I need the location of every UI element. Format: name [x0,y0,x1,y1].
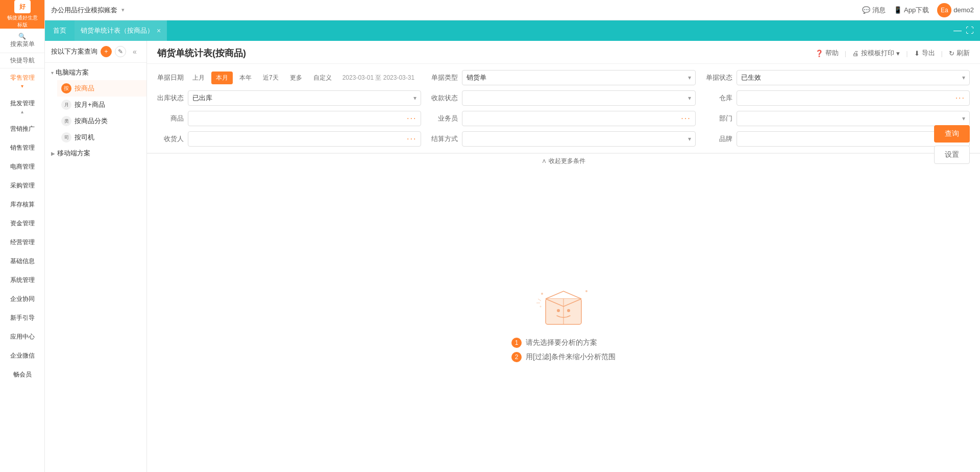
doctype-control[interactable]: 销货单 ▾ [462,70,695,85]
topbar-right: 💬 消息 📱 App下载 Ea demo2 [862,3,974,17]
tree-child-by-goods[interactable]: 按 按商品 [57,80,146,97]
tree-parent-mobile[interactable]: ▶ 移动端方案 [45,146,146,161]
receiver-control[interactable]: ··· [188,131,421,147]
sidebar-item-member[interactable]: 畅会员 [0,365,44,384]
main-area: 办公用品行业模拟账套 ▾ 💬 消息 📱 App下载 Ea demo2 首页 销货… [45,0,980,472]
sidebar-quick-nav[interactable]: 快捷导航 [0,53,44,68]
sidebar-item-sales[interactable]: 销售管理 [0,138,44,157]
date-pill-custom[interactable]: 自定义 [309,72,336,84]
warehouse-control[interactable]: ··· [737,90,970,106]
filter-item-dept: 部门 ▾ [706,111,970,126]
sidebar-item-system[interactable]: 系统管理 [0,271,44,290]
staff-dots[interactable]: ··· [681,114,691,123]
collapse-bar[interactable]: ∧ 收起更多条件 [147,153,980,169]
sidebar-item-retail[interactable]: 零售管理 ▾ [0,68,44,94]
topbar-dropdown-arrow[interactable]: ▾ [121,7,125,13]
sidebar-item-finance[interactable]: 资金管理 [0,214,44,233]
refresh-icon: ↻ [949,50,954,57]
wechat-label: 企业微信 [10,351,35,360]
mobile-section-label: 移动端方案 [57,149,90,158]
settle-control[interactable]: ▾ [462,131,695,147]
content-area: 按以下方案查询 + ✎ « ▾ 电脑端方案 按 按商品 [45,41,980,472]
docstatus-value: 已生效 [741,73,761,82]
messages-btn[interactable]: 💬 消息 [862,6,886,15]
tree-children-pc: 按 按商品 月 按月+商品 类 按商品分类 司 按司机 [45,80,146,146]
sidebar-item-inventory[interactable]: 库存核算 [0,195,44,214]
settle-arrow-icon: ▾ [688,135,691,143]
tab-minimize-icon[interactable]: — [953,26,962,35]
filter-item-collectstatus: 收款状态 ▾ [431,90,695,106]
user-menu[interactable]: Ea demo2 [937,3,974,17]
wholesale-arrow: ▴ [21,109,23,114]
system-label: 系统管理 [10,276,35,285]
filter-row-2: 出库状态 已出库 ▾ 收款状态 ▾ [157,90,970,106]
tab-close-btn[interactable]: × [157,27,161,35]
filter-row-1: 单据日期 上月 本月 本年 近7天 更多 自定义 2023-03-01 至 20… [157,70,970,85]
app-download-btn[interactable]: 📱 App下载 [894,6,929,15]
warehouse-label: 仓库 [706,93,737,103]
receiver-label: 收货人 [157,134,188,144]
tree-arrow-icon: ▾ [51,70,54,76]
collectstatus-label: 收款状态 [431,93,462,103]
tab-sales-stats[interactable]: 销货单统计表（按商品） × [75,20,167,41]
tree-child-by-month-goods[interactable]: 月 按月+商品 [57,97,146,113]
edit-scheme-btn[interactable]: ✎ [115,46,126,57]
svg-line-7 [538,299,541,301]
sidebar-item-wholesale[interactable]: 批发管理 ▴ [0,94,44,120]
settings-btn[interactable]: 设置 [934,146,970,164]
enterprise-label: 企业协同 [10,295,35,303]
dept-control[interactable]: ▾ [737,111,970,126]
sidebar-item-base[interactable]: 基础信息 [0,252,44,271]
sidebar-item-enterprise[interactable]: 企业协同 [0,290,44,309]
page-title: 销货单统计表(按商品) [157,47,246,59]
date-pill-7days[interactable]: 近7天 [258,72,283,84]
by-category-icon: 类 [61,116,71,126]
help-btn[interactable]: ❓ 帮助 [815,49,839,58]
date-pill-more[interactable]: 更多 [285,72,307,84]
sidebar-item-wechat[interactable]: 企业微信 [0,346,44,365]
date-pill-thismonth[interactable]: 本月 [211,72,233,84]
outstatus-label: 出库状态 [157,93,188,103]
ecommerce-label: 电商管理 [10,162,35,171]
tree-child-by-driver[interactable]: 司 按司机 [57,129,146,146]
staff-control[interactable]: ··· [462,111,695,126]
sidebar-item-purchase[interactable]: 采购管理 [0,176,44,195]
tab-maximize-icon[interactable]: ⛶ [966,26,974,35]
left-panel-actions: + ✎ « [101,46,140,57]
tree-parent-pc[interactable]: ▾ 电脑端方案 [45,65,146,80]
sidebar-item-operation[interactable]: 经营管理 [0,233,44,252]
left-panel-header: 按以下方案查询 + ✎ « [45,41,146,63]
refresh-btn[interactable]: ↻ 刷新 [949,49,970,58]
page-header: 销货单统计表(按商品) ❓ 帮助 | 🖨 按模板打印 ▾ | ⬇ [147,41,980,64]
tree-child-by-category[interactable]: 类 按商品分类 [57,113,146,129]
docstatus-arrow-icon: ▾ [962,74,965,81]
export-btn[interactable]: ⬇ 导出 [914,49,935,58]
collapse-panel-btn[interactable]: « [129,46,140,57]
left-panel-title: 按以下方案查询 [51,47,97,56]
goods-control[interactable]: ··· [188,111,421,126]
collectstatus-control[interactable]: ▾ [462,90,695,106]
filter-section: 单据日期 上月 本月 本年 近7天 更多 自定义 2023-03-01 至 20… [147,64,980,169]
date-pill-lastmonth[interactable]: 上月 [188,72,209,84]
query-btn[interactable]: 查询 [934,125,970,143]
sidebar-item-guide[interactable]: 新手引导 [0,309,44,327]
sidebar-item-apps[interactable]: 应用中心 [0,327,44,346]
goods-dots[interactable]: ··· [407,114,416,123]
staff-label: 业务员 [431,114,462,123]
warehouse-dots[interactable]: ··· [955,93,965,103]
date-range-value: 2023-03-01 至 2023-03-31 [342,74,414,82]
sidebar-search[interactable]: 🔍 搜索菜单 [0,29,44,53]
tab-home[interactable]: 首页 [45,20,75,41]
sidebar-item-marketing[interactable]: 营销推广 [0,120,44,138]
outstatus-control[interactable]: 已出库 ▾ [188,90,421,106]
filter-item-brand: 品牌 ··· [706,131,970,147]
date-pill-thisyear[interactable]: 本年 [235,72,256,84]
sidebar-item-ecommerce[interactable]: 电商管理 [0,157,44,176]
docstatus-control[interactable]: 已生效 ▾ [737,70,970,85]
print-btn[interactable]: 🖨 按模板打印 ▾ [852,49,900,58]
tabbar-actions: — ⛶ [947,26,980,35]
print-dropdown-icon: ▾ [896,50,900,57]
goods-label: 商品 [157,114,188,123]
receiver-dots[interactable]: ··· [407,134,416,144]
add-scheme-btn[interactable]: + [101,46,112,57]
